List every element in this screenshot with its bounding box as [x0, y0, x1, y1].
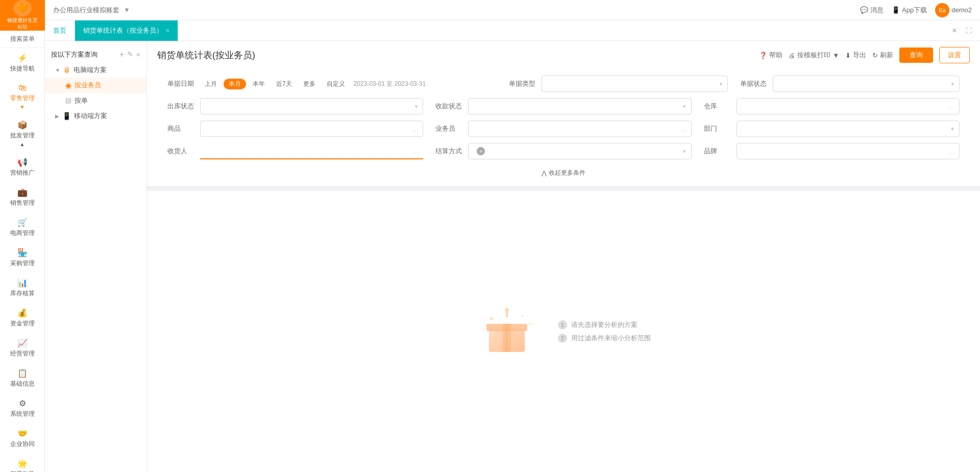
tab-close-button[interactable]: × — [166, 27, 169, 34]
sidebar-item-label: 经营管理 — [10, 349, 35, 358]
template-print-button[interactable]: 🖨 按模板打印 ▼ — [789, 51, 839, 60]
sidebar-item-label: 企业协同 — [10, 440, 35, 449]
user-avatar-area[interactable]: Ea demo2 — [935, 3, 972, 17]
sidebar-item-marketing[interactable]: 📢 营销推广 — [0, 152, 44, 182]
settings-button[interactable]: 设置 — [939, 47, 970, 63]
query-button[interactable]: 查询 — [899, 48, 933, 63]
recv-status-input[interactable]: ▼ — [468, 98, 691, 114]
date-btn-current-year[interactable]: 本年 — [248, 78, 270, 90]
active-scheme-icon: ◉ — [65, 81, 71, 89]
left-scheme-panel: 按以下方案查询 + ✎ « ▼ 🖥 电脑端方案 ◉ 按业务员 ⊟ 按单 — [45, 41, 147, 472]
finance-icon: 💰 — [17, 308, 28, 318]
consignee-input[interactable]: … — [200, 143, 423, 159]
sidebar-item-inventory[interactable]: 📊 库存核算 — [0, 273, 44, 303]
scheme-group-mobile[interactable]: ▶ 📱 移动端方案 — [45, 108, 146, 124]
sidebar-item-sales[interactable]: 💼 销售管理 — [0, 182, 44, 213]
sidebar-item-newuser[interactable]: 🌟 新手引导 — [0, 454, 44, 472]
salesperson-input[interactable]: … — [468, 121, 691, 137]
sidebar-item-enterprise[interactable]: 🤝 企业协同 — [0, 423, 44, 454]
sidebar-item-operations[interactable]: 📈 经营管理 — [0, 333, 44, 363]
sidebar-item-label: 库存核算 — [10, 289, 35, 298]
svg-point-7 — [483, 328, 485, 330]
warehouse-input[interactable]: … — [737, 98, 960, 114]
sidebar-item-wholesale[interactable]: 📦 批发管理 ▲ — [0, 115, 44, 152]
edit-scheme-button[interactable]: ✎ — [127, 50, 133, 59]
brand-filter-item: 品牌 … — [704, 143, 960, 159]
sidebar-item-basic[interactable]: 📋 基础信息 — [0, 363, 44, 393]
tab-home[interactable]: 首页 — [45, 20, 75, 41]
tab-active[interactable]: 销货单统计表（按业务员） × — [75, 20, 178, 41]
date-btn-custom[interactable]: 自定义 — [322, 78, 350, 90]
goods-filter-item: 商品 … — [167, 121, 423, 137]
message-button[interactable]: 💬 消息 — [860, 6, 884, 15]
doc-status-input[interactable]: ▼ — [773, 76, 960, 92]
avatar-initials: Ea — [939, 7, 946, 13]
sidebar-item-ecommerce[interactable]: 🛒 电商管理 — [0, 213, 44, 243]
brand-input[interactable]: … — [737, 143, 960, 159]
settle-input[interactable]: × ▼ — [468, 143, 691, 159]
app-download-button[interactable]: 📱 App下载 — [892, 6, 927, 15]
collapse-filters-button[interactable]: ⋀ 收起更多条件 — [167, 166, 960, 180]
add-scheme-button[interactable]: + — [119, 50, 124, 59]
dept-filter-item: 部门 ▼ — [704, 121, 960, 137]
recv-status-label: 收款状态 — [435, 102, 464, 111]
goods-input[interactable]: … — [200, 121, 423, 137]
sidebar-item-purchase[interactable]: 🏪 采购管理 — [0, 243, 44, 273]
date-btn-more[interactable]: 更多 — [299, 78, 320, 90]
scheme-group-desktop[interactable]: ▼ 🖥 电脑端方案 — [45, 62, 146, 78]
svg-point-5 — [521, 315, 523, 317]
svg-point-4 — [490, 317, 493, 320]
avatar: Ea — [935, 3, 949, 17]
expand-arrow-icon: ▼ — [55, 67, 60, 73]
out-status-input[interactable]: ▼ — [200, 98, 423, 114]
filter-row-3: 商品 … 业务员 … — [167, 121, 960, 137]
help-icon: ❓ — [759, 52, 767, 59]
refresh-label: 刷新 — [880, 51, 893, 60]
settle-clear-button[interactable]: × — [477, 147, 485, 155]
order-scheme-icon: ⊟ — [65, 97, 71, 105]
empty-illustration — [476, 306, 537, 357]
sidebar-item-finance[interactable]: 💰 资金管理 — [0, 303, 44, 333]
window-close-button[interactable]: ✕ — [949, 26, 960, 36]
date-btn-current-month[interactable]: 本月 — [224, 79, 246, 89]
goods-label: 商品 — [167, 124, 196, 133]
help-button[interactable]: ❓ 帮助 — [759, 51, 782, 60]
system-icon: ⚙ — [19, 398, 26, 408]
search-menu-item[interactable]: 搜索菜单 — [0, 31, 44, 48]
breadcrumb-area: 办公用品行业模拟账套 ▼ — [53, 6, 130, 15]
breadcrumb-dropdown-icon[interactable]: ▼ — [124, 6, 130, 14]
help-label: 帮助 — [769, 51, 782, 60]
chevron-down-icon: ▼ — [20, 104, 25, 110]
step-2-text: 用过滤条件来缩小分析范围 — [571, 334, 651, 343]
doc-type-input[interactable]: ▼ — [542, 76, 728, 92]
svg-rect-3 — [503, 324, 511, 352]
main-area: 办公用品行业模拟账套 ▼ 💬 消息 📱 App下载 Ea demo2 首页 — [45, 0, 980, 472]
newuser-icon: 🌟 — [17, 459, 28, 468]
date-filter-controls: 上月 本月 本年 近7天 更多 自定义 2023-03-01 至 2023-03… — [200, 78, 426, 90]
scheme-item-by-salesperson[interactable]: ◉ 按业务员 — [45, 78, 146, 93]
window-maximize-button[interactable]: ⛶ — [964, 26, 974, 36]
inventory-icon: 📊 — [17, 278, 28, 288]
app-download-icon: 📱 — [892, 6, 900, 14]
sidebar-item-system[interactable]: ⚙ 系统管理 — [0, 393, 44, 423]
export-button[interactable]: ⬇ 导出 — [845, 51, 866, 60]
header-right-actions: 💬 消息 📱 App下载 Ea demo2 — [860, 3, 972, 17]
home-tab-label: 首页 — [53, 26, 66, 35]
settle-filter-item: 结算方式 × ▼ — [435, 143, 691, 159]
refresh-button[interactable]: ↻ 刷新 — [872, 51, 893, 60]
sidebar-item-quick-nav[interactable]: ⚡ 快捷导航 — [0, 48, 44, 78]
sidebar-item-label: 零售管理 — [10, 94, 35, 103]
sidebar-item-label: 营销推广 — [10, 169, 35, 177]
collapse-scheme-button[interactable]: « — [136, 50, 140, 59]
date-filter-label: 单据日期 — [167, 79, 196, 88]
collapse-label: 收起更多条件 — [549, 169, 585, 177]
print-dropdown-icon: ▼ — [832, 52, 839, 59]
dept-dropdown-icon: ▼ — [950, 126, 955, 132]
date-btn-last-month[interactable]: 上月 — [200, 78, 222, 90]
sidebar-item-retail[interactable]: 🛍 零售管理 ▼ — [0, 78, 44, 115]
empty-state-area: 1 请先选择要分析的方案 2 用过滤条件来缩小分析范围 — [147, 191, 980, 472]
scheme-group-icon: 🖥 — [63, 66, 70, 74]
date-btn-7days[interactable]: 近7天 — [272, 78, 297, 90]
dept-input[interactable]: ▼ — [737, 121, 960, 137]
scheme-item-by-order[interactable]: ⊟ 按单 — [45, 93, 146, 108]
